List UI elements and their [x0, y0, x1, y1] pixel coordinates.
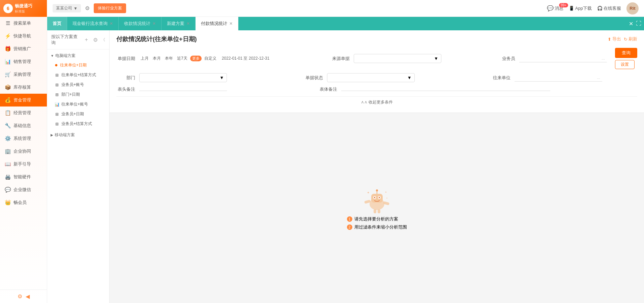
collapse-text: 收起更多条件 — [369, 100, 393, 104]
sidebar-item-guide[interactable]: 📖 新手引导 — [0, 158, 47, 171]
scheme-item-dept-date[interactable]: ⊞ 部门+日期 — [47, 90, 109, 99]
chart-icon: 📊 — [55, 102, 59, 107]
filter-form: 付款情况统计(往来单位+日期) ⬆ 导出 ↻ 刷新 单据日期 — [110, 30, 644, 113]
sidebar-item-quick[interactable]: ⚡ 快捷导航 — [0, 30, 47, 42]
export-icon: ⬆ — [608, 37, 611, 42]
date-custom-btn[interactable]: 自定义 — [203, 55, 218, 62]
sidebar-item-corp[interactable]: 🏢 企业协同 — [0, 145, 47, 158]
refresh-btn[interactable]: ↻ 刷新 — [624, 36, 637, 42]
tab-home[interactable]: 首页 — [47, 17, 67, 30]
setting-btn[interactable]: 设置 — [615, 60, 635, 69]
basic-icon: 🔧 — [5, 123, 11, 129]
sidebar-item-hardware[interactable]: 🖨️ 智能硬件 — [0, 171, 47, 183]
tab-close-icon[interactable]: ✕ — [110, 21, 113, 26]
tbody-note-input[interactable] — [341, 88, 550, 91]
scheme-item-staff-account[interactable]: ⊞ 业务员+账号 — [47, 80, 109, 90]
source-select[interactable]: ▼ — [354, 54, 441, 63]
date-last-month-btn[interactable]: 上月 — [139, 55, 150, 62]
data-area: ✦ ✦ ✦ 1 请先选择要分析的方案 2 用过滤条件来缩小分析范围 — [110, 113, 644, 303]
close-all-tabs-btn[interactable]: ✕ — [629, 21, 633, 27]
main-area: 某某公司 ▼ ⚙ 体验行业方案 💬 消息 99+ 📱 App下载 🎧 在线客服 … — [47, 0, 644, 303]
trial-btn[interactable]: 体验行业方案 — [94, 3, 126, 13]
scheme-group-mobile[interactable]: ▶ 移动端方案 — [47, 131, 109, 139]
export-btn[interactable]: ⬆ 导出 — [608, 36, 621, 42]
sidebar-item-basic[interactable]: 🔧 基础信息 — [0, 119, 47, 132]
fullscreen-btn[interactable]: ⛶ — [636, 21, 641, 27]
filter-row-3: 表头备注 表体备注 — [116, 86, 637, 92]
step-2-num: 2 — [347, 224, 352, 230]
operation-icon: 📋 — [5, 110, 11, 116]
sidebar-item-sales[interactable]: 📊 销售管理 — [0, 55, 47, 68]
salesperson-input[interactable]: ... — [519, 55, 607, 62]
tab-new[interactable]: 新建方案 ✕ — [162, 17, 196, 30]
date-7days-btn[interactable]: 近7天 — [176, 55, 189, 62]
counterparty-dots: ... — [597, 75, 600, 80]
tab-close-icon[interactable]: ✕ — [229, 21, 233, 26]
sidebar-item-system[interactable]: ⚙️ 系统管理 — [0, 132, 47, 145]
thead-note-input[interactable] — [139, 88, 227, 91]
scheme-item-unit-settle[interactable]: ⊞ 往来单位+结算方式 — [47, 70, 109, 80]
app-download-btn[interactable]: 📱 App下载 — [569, 5, 592, 11]
tab-close-icon[interactable]: ✕ — [186, 21, 190, 26]
scheme-item-staff-settle[interactable]: ⊞ 业务员+结算方式 — [47, 119, 109, 129]
collapse-icon: ∧∧ — [361, 100, 369, 104]
tab-bank[interactable]: 现金银行流水查询 ✕ — [67, 17, 119, 30]
user-company-selector[interactable]: 某某公司 ▼ — [53, 4, 81, 12]
settings-footer-btn[interactable]: ⚙ — [18, 293, 22, 300]
page-title-row: 付款情况统计(往来单位+日期) ⬆ 导出 ↻ 刷新 — [116, 35, 637, 43]
tab-label: 现金银行流水查询 — [72, 21, 108, 27]
tab-receipt[interactable]: 收款情况统计 ✕ — [119, 17, 162, 30]
sidebar-header: 6 畅捷通巧 标准版 — [0, 0, 47, 17]
dept-select[interactable]: ▼ — [139, 73, 227, 82]
tab-close-icon[interactable]: ✕ — [152, 21, 156, 26]
quick-nav-icon: ⚡ — [5, 33, 11, 39]
date-more-btn[interactable]: 更多 — [190, 56, 202, 61]
scheme-item-label: 业务员+账号 — [61, 82, 84, 88]
sidebar-item-operation[interactable]: 📋 经营管理 — [0, 107, 47, 119]
date-this-year-btn[interactable]: 本年 — [164, 55, 174, 62]
sidebar-item-inventory[interactable]: 📦 库存核算 — [0, 81, 47, 94]
scheme-group-desktop[interactable]: ▼ 电脑端方案 — [47, 52, 109, 60]
sidebar-item-capital[interactable]: 💰 资金管理 — [0, 94, 47, 107]
scheme-item-staff-date[interactable]: ⊞ 业务员+日期 — [47, 109, 109, 119]
scheme-tree: ▼ 电脑端方案 ● 往来单位+日期 ⊞ 往来单位+结算方式 ⊞ 业务员+账号 ⊞ — [47, 50, 109, 303]
scheme-item-unit-date[interactable]: ● 往来单位+日期 — [47, 60, 109, 70]
svg-point-5 — [379, 197, 380, 198]
dept-dropdown-icon: ▼ — [219, 75, 224, 80]
sidebar-item-search[interactable]: ☰ 搜索菜单 — [0, 17, 47, 30]
sidebar-item-label: 新手引导 — [13, 161, 31, 167]
date-range-display: 2022-01-01 至 2022-12-31 — [222, 56, 276, 61]
scheme-active-icon: ● — [55, 62, 58, 68]
scheme-item-icon: ⊞ — [55, 92, 59, 97]
sidebar-item-purchase[interactable]: 🛒 采购管理 — [0, 68, 47, 81]
user-avatar[interactable]: Rit — [626, 2, 639, 14]
query-btn[interactable]: 查询 — [615, 48, 637, 58]
tab-payment[interactable]: 付款情况统计 ✕ — [196, 17, 238, 30]
scheme-item-label: 业务员+结算方式 — [61, 121, 92, 127]
scheme-collapse-btn[interactable]: 《 — [101, 37, 105, 43]
filter-area: 付款情况统计(往来单位+日期) ⬆ 导出 ↻ 刷新 单据日期 — [110, 30, 644, 303]
settings-gear-icon[interactable]: ⚙ — [85, 5, 90, 11]
service-icon: 🎧 — [597, 6, 603, 11]
collapse-more-btn[interactable]: ∧∧ 收起更多条件 — [116, 96, 637, 108]
scheme-item-icon: ⊞ — [55, 112, 59, 117]
scheme-item-unit-account[interactable]: 📊 往来单位+账号 — [47, 99, 109, 109]
sidebar-item-wechat[interactable]: 💬 企业微信 — [0, 183, 47, 196]
counterparty-input[interactable]: ... — [515, 74, 602, 82]
date-this-month-btn[interactable]: 本月 — [151, 55, 162, 62]
scheme-item-label: 往来单位+日期 — [60, 62, 87, 68]
message-btn[interactable]: 💬 消息 99+ — [547, 5, 563, 11]
online-service-btn[interactable]: 🎧 在线客服 — [597, 5, 621, 11]
salesperson-label: 业务员 — [496, 56, 515, 62]
group-collapse-icon: ▶ — [51, 133, 53, 137]
scheme-add-btn[interactable]: + — [83, 36, 90, 43]
date-range-text: 2022-01-01 至 2022-12-31 — [222, 56, 276, 61]
sidebar-item-member[interactable]: 👑 畅会员 — [0, 196, 47, 209]
collapse-sidebar-btn[interactable]: ◀ — [26, 293, 30, 300]
empty-step-1: 1 请先选择要分析的方案 — [347, 216, 407, 222]
scheme-gear-btn[interactable]: ⚙ — [92, 36, 99, 43]
sidebar-item-marketing[interactable]: 🎁 营销推广 — [0, 42, 47, 55]
member-icon: 👑 — [5, 200, 11, 206]
source-dropdown-icon: ▼ — [434, 56, 438, 61]
status-select[interactable]: ▼ — [327, 73, 415, 82]
